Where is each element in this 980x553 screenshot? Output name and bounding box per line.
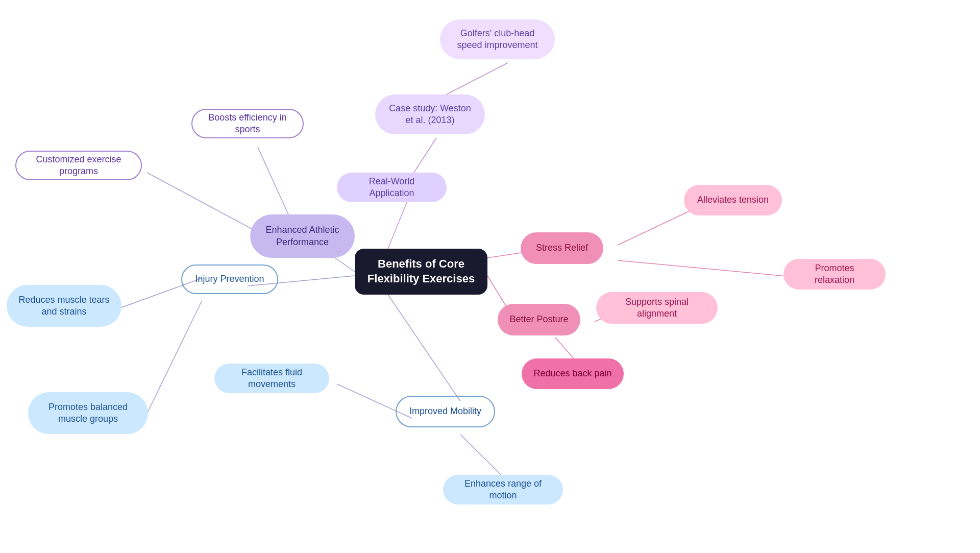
promotes-relaxation-node: Promotes relaxation (783, 259, 886, 290)
stress-relief-label: Stress Relief (536, 242, 588, 254)
enhanced-athletic-label: Enhanced Athletic Performance (261, 224, 344, 248)
improved-mobility-node: Improved Mobility (396, 396, 495, 427)
real-world-label: Real-World Application (348, 176, 435, 200)
case-study-node: Case study: Weston et al. (2013) (375, 94, 485, 134)
center-node: Benefits of Core Flexibility Exercises (355, 249, 487, 295)
customized-programs-label: Customized exercise programs (28, 154, 130, 178)
reduces-muscle-node: Reduces muscle tears and strains (7, 285, 121, 327)
center-label: Benefits of Core Flexibility Exercises (366, 257, 476, 286)
enhances-range-label: Enhances range of motion (454, 478, 552, 502)
golfers-label: Golfers' club-head speed improvement (451, 28, 544, 52)
reduces-muscle-label: Reduces muscle tears and strains (18, 294, 110, 318)
injury-prevention-label: Injury Prevention (195, 273, 264, 285)
svg-line-5 (145, 301, 202, 417)
enhanced-athletic-node: Enhanced Athletic Performance (250, 214, 355, 258)
alleviates-tension-label: Alleviates tension (697, 194, 769, 206)
svg-line-10 (411, 138, 436, 177)
improved-mobility-label: Improved Mobility (409, 405, 481, 417)
supports-spinal-label: Supports spinal alignment (607, 296, 706, 320)
promotes-balanced-label: Promotes balanced muscle groups (39, 401, 137, 425)
promotes-relaxation-label: Promotes relaxation (795, 262, 874, 286)
customized-programs-node: Customized exercise programs (15, 151, 142, 180)
better-posture-node: Better Posture (498, 304, 580, 335)
alleviates-tension-node: Alleviates tension (684, 185, 782, 215)
boosts-efficiency-label: Boosts efficiency in sports (204, 112, 291, 136)
injury-prevention-node: Injury Prevention (181, 265, 278, 294)
promotes-balanced-node: Promotes balanced muscle groups (28, 392, 148, 434)
enhances-range-node: Enhances range of motion (443, 475, 563, 504)
supports-spinal-node: Supports spinal alignment (596, 292, 718, 324)
facilitates-fluid-node: Facilitates fluid movements (214, 364, 329, 393)
golfers-node: Golfers' club-head speed improvement (440, 19, 555, 59)
reduces-back-node: Reduces back pain (522, 358, 624, 389)
reduces-back-label: Reduces back pain (533, 368, 611, 379)
facilitates-fluid-label: Facilitates fluid movements (226, 367, 318, 391)
stress-relief-node: Stress Relief (521, 232, 603, 264)
better-posture-label: Better Posture (509, 314, 568, 325)
boosts-efficiency-node: Boosts efficiency in sports (191, 109, 304, 138)
svg-line-1 (258, 147, 291, 220)
real-world-node: Real-World Application (337, 173, 447, 202)
svg-line-14 (618, 260, 803, 278)
svg-line-6 (388, 295, 460, 401)
case-study-label: Case study: Weston et al. (2013) (386, 103, 474, 127)
